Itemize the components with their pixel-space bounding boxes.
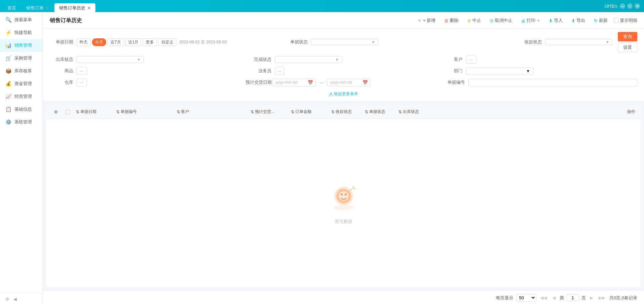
dept-select[interactable]: ▼ xyxy=(466,67,533,75)
tab-sales-order-history[interactable]: 销售订单历史✕ xyxy=(54,3,95,13)
new-button[interactable]: ＋ + 新增 xyxy=(415,16,438,25)
page-header: 销售订单历史 ＋ + 新增 🗑 删除 ⊘ 中止 ⊙ xyxy=(43,12,644,29)
filter-area: 单据日期 昨天 今天 近7天 近1月 更多 自定义 2023-06-02 至 2… xyxy=(43,29,644,102)
delivery-date-from[interactable]: yyyy-mm-dd 📅 xyxy=(272,79,316,86)
sidebar-icon-inventory-check: 📦 xyxy=(5,68,12,74)
select-all-checkbox[interactable] xyxy=(66,110,70,114)
sidebar-icon-capital-mgmt: 💰 xyxy=(5,81,12,87)
tab-sales-order[interactable]: 销售订单✕ xyxy=(22,3,54,13)
top-bar-right: OfTEn — □ ✕ xyxy=(604,3,644,9)
customer-ellipsis[interactable]: ··· xyxy=(466,55,476,64)
often-label: OfTEn xyxy=(604,4,617,9)
date-btn-today[interactable]: 今天 xyxy=(92,38,106,46)
th-out-status[interactable]: ⇅ 出库状态 xyxy=(396,109,429,115)
th-date[interactable]: ⇅ 单据日期 xyxy=(73,109,114,115)
stop-button[interactable]: ⊘ 中止 xyxy=(465,16,484,25)
date-btn-yesterday[interactable]: 昨天 xyxy=(77,38,91,46)
main-layout: 🔍搜索菜单⚡快捷导航📊销售管理🛒采购管理📦库存核算💰资金管理📈经营管理📋基础信息… xyxy=(0,12,644,305)
collapse-button[interactable]: ⋀ 收起更多条件 xyxy=(50,90,637,98)
sales-person-ellipsis[interactable]: ··· xyxy=(275,67,285,75)
first-page-button[interactable]: ◀◀ xyxy=(539,295,548,301)
sidebar-item-business-mgmt[interactable]: 📈经营管理 xyxy=(0,90,43,103)
th-checkbox xyxy=(62,110,73,114)
customer-control: ··· xyxy=(466,55,637,64)
gear-icon[interactable]: ⚙ xyxy=(54,110,58,114)
delete-icon: 🗑 xyxy=(444,18,448,23)
product-ellipsis[interactable]: ··· xyxy=(77,67,87,75)
receipt-status-chevron: ▼ xyxy=(606,40,609,44)
import-button[interactable]: ⬆ 导入 xyxy=(546,16,565,25)
th-amount[interactable]: ⇅ 订单金额 xyxy=(288,109,329,115)
warehouse-ellipsis[interactable]: ··· xyxy=(77,78,87,86)
order-status-control: ▼ xyxy=(311,39,519,45)
sidebar-item-system-mgmt[interactable]: ⚙️系统管理 xyxy=(0,116,43,128)
date-btn-more[interactable]: 更多 xyxy=(143,38,157,46)
stop-icon: ⊘ xyxy=(467,18,471,23)
tab-list: 首页销售订单✕销售订单历史✕ xyxy=(3,0,96,12)
tab-home[interactable]: 首页 xyxy=(3,3,21,13)
th-order-no[interactable]: ⇅ 单据编号 xyxy=(114,109,174,115)
sidebar-item-quick-nav[interactable]: ⚡快捷导航 xyxy=(0,26,43,39)
out-status-chevron: ▼ xyxy=(137,58,141,62)
th-delivery[interactable]: ⇅ 预计交货... xyxy=(248,109,288,115)
page-title-row: 销售订单历史 ＋ + 新增 🗑 删除 ⊘ 中止 ⊙ xyxy=(50,16,637,25)
pagination: 每页显示 50 10 20 100 ◀◀ ◀ 第 页 ▶ ▶▶ 共0页,0条记录 xyxy=(43,290,644,305)
tab-close-sales-order-history[interactable]: ✕ xyxy=(87,6,91,10)
delivery-date-to[interactable]: yyyy-mm-dd 📅 xyxy=(327,79,371,86)
last-page-button[interactable]: ▶▶ xyxy=(597,295,607,301)
sidebar-label-purchase-mgmt: 采购管理 xyxy=(14,55,32,61)
show-detail-checkbox[interactable] xyxy=(614,18,618,23)
export-button[interactable]: ⬇ 导出 xyxy=(569,16,588,25)
sidebar-item-inventory-check[interactable]: 📦库存核算 xyxy=(0,65,43,77)
per-page-select[interactable]: 50 10 20 100 xyxy=(516,294,536,302)
settings-button[interactable]: 设置 xyxy=(618,43,637,52)
current-page-input[interactable] xyxy=(567,294,579,301)
cancel-stop-button[interactable]: ⊙ 取消中止 xyxy=(487,16,515,25)
customer-label: 客户 xyxy=(446,56,466,63)
page-label-prefix: 第 xyxy=(560,295,564,301)
sidebar-label-capital-mgmt: 资金管理 xyxy=(14,81,32,87)
sidebar-item-search-menu[interactable]: 🔍搜索菜单 xyxy=(0,13,43,26)
sidebar-item-sales-mgmt[interactable]: 📊销售管理 xyxy=(0,39,43,52)
sidebar-icon-quick-nav: ⚡ xyxy=(5,30,12,36)
close-window-button[interactable]: ✕ xyxy=(635,3,640,9)
th-customer[interactable]: ⇅ 客户 xyxy=(174,109,248,115)
show-detail-label[interactable]: 显示明细 xyxy=(614,17,637,24)
date-range-text: 2023-06-02 至 2023-06-02 xyxy=(179,39,226,45)
complete-status-select[interactable]: ▼ xyxy=(275,56,342,63)
new-icon: ＋ xyxy=(417,17,422,24)
th-order-status[interactable]: ⇅ 单据状态 xyxy=(362,109,396,115)
refresh-button[interactable]: ↻ 刷新 xyxy=(591,16,610,25)
date-btn-custom[interactable]: 自定义 xyxy=(158,38,176,46)
delete-button[interactable]: 🗑 删除 xyxy=(441,16,461,25)
next-page-button[interactable]: ▶ xyxy=(589,295,595,301)
filter-row-3: 商品 ··· 业务员 ··· 部门 ▼ xyxy=(50,67,637,75)
maximize-button[interactable]: □ xyxy=(627,3,633,9)
date-btn-7days[interactable]: 近7天 xyxy=(108,38,124,46)
sidebar-item-basic-info[interactable]: 📋基础信息 xyxy=(0,103,43,116)
print-button[interactable]: 🖨 打印 ▼ xyxy=(518,16,543,25)
product-control: ··· xyxy=(77,67,248,75)
sidebar-item-purchase-mgmt[interactable]: 🛒采购管理 xyxy=(0,52,43,65)
collapse-sidebar-icon[interactable]: ◀ xyxy=(13,297,17,302)
order-status-select[interactable]: ▼ xyxy=(311,39,378,45)
sidebar-label-basic-info: 基础信息 xyxy=(14,106,32,112)
order-no-input[interactable] xyxy=(468,79,637,86)
prev-page-button[interactable]: ◀ xyxy=(551,295,557,301)
action-buttons: 查询 设置 xyxy=(618,32,637,52)
th-receipt-status[interactable]: ⇅ 收款状态 xyxy=(329,109,362,115)
print-dropdown-icon: ▼ xyxy=(537,19,540,23)
out-status-select[interactable]: ▼ xyxy=(77,56,144,63)
query-button[interactable]: 查询 xyxy=(618,32,637,41)
content-area: 销售订单历史 ＋ + 新增 🗑 删除 ⊘ 中止 ⊙ xyxy=(43,12,644,305)
sidebar-item-capital-mgmt[interactable]: 💰资金管理 xyxy=(0,77,43,90)
refresh-icon: ↻ xyxy=(594,18,598,23)
sidebar: 🔍搜索菜单⚡快捷导航📊销售管理🛒采购管理📦库存核算💰资金管理📈经营管理📋基础信息… xyxy=(0,12,43,305)
tab-close-sales-order[interactable]: ✕ xyxy=(46,6,49,10)
sidebar-icon-sales-mgmt: 📊 xyxy=(5,42,12,48)
date-btn-1month[interactable]: 近1月 xyxy=(125,38,142,46)
settings-icon[interactable]: ⚙ xyxy=(5,297,9,302)
tab-label: 销售订单历史 xyxy=(59,5,85,11)
receipt-status-select[interactable]: ▼ xyxy=(545,39,612,45)
minimize-button[interactable]: — xyxy=(620,3,625,9)
